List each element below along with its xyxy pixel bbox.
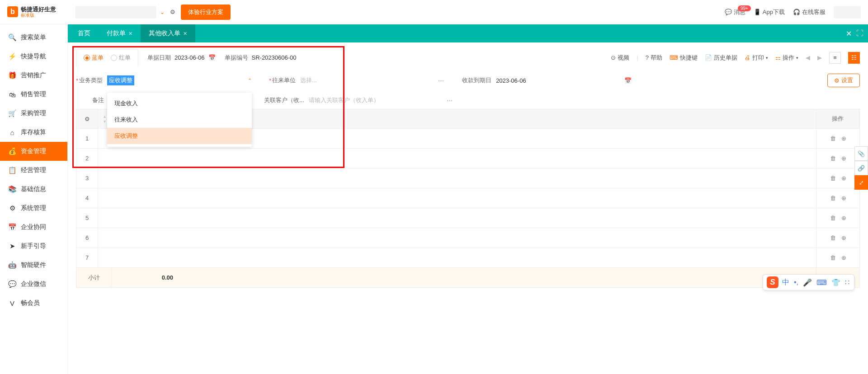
sidebar-item[interactable]: 🛍销售管理 (0, 85, 67, 104)
copy-row-icon[interactable]: ⊕ (841, 155, 846, 162)
sidebar-icon: 🤖 (8, 261, 16, 269)
expand-icon[interactable]: ⛶ (856, 29, 863, 37)
messages-link[interactable]: 💬 消息 99+ (725, 8, 745, 16)
message-badge: 99+ (738, 5, 751, 11)
form-meta-row: 蓝单 红单 单据日期 2023-06-06 📅 单据编号 SR-20230606… (68, 42, 868, 69)
chevron-down-icon: ⌄ (160, 9, 165, 15)
tab-home[interactable]: 首页 (70, 24, 99, 42)
ime-floating-bar[interactable]: S 中 •, 🎤 ⌨ 👕 ∷ (763, 274, 854, 290)
table-subtotal: 小计 0.00 (76, 268, 860, 288)
sidebar-item[interactable]: ➤新手引导 (0, 237, 67, 256)
table-row[interactable]: 3🗑⊕ (76, 168, 859, 188)
phone-icon: 📱 (754, 9, 761, 15)
side-tab-3[interactable]: ⤢ (854, 175, 868, 190)
copy-row-icon[interactable]: ⊕ (841, 175, 846, 182)
user-avatar[interactable] (834, 6, 861, 19)
table-row[interactable]: 4🗑⊕ (76, 188, 859, 208)
print-button[interactable]: 🖨打印▾ (745, 54, 768, 62)
ime-menu-icon[interactable]: ∷ (844, 278, 850, 287)
partner-select[interactable]: 选择... ⋯ (300, 76, 445, 84)
experience-cta-button[interactable]: 体验行业方案 (181, 5, 231, 20)
ime-punct-icon[interactable]: •, (793, 278, 799, 286)
dropdown-option[interactable]: 往来收入 (107, 112, 252, 128)
table-row[interactable]: 6🗑⊕ (76, 228, 859, 248)
sidebar-item[interactable]: ⚙系统管理 (0, 199, 67, 218)
org-selector[interactable]: ⌄ (75, 6, 165, 19)
delete-row-icon[interactable]: 🗑 (830, 215, 836, 221)
app-download-link[interactable]: 📱 App下载 (754, 8, 785, 16)
sidebar-item-label: 畅会员 (21, 299, 40, 307)
delete-row-icon[interactable]: 🗑 (830, 254, 836, 261)
sidebar-item[interactable]: 📚基础信息 (0, 180, 67, 199)
close-icon[interactable]: ✕ (128, 31, 132, 37)
calendar-icon[interactable]: 📅 (208, 54, 216, 61)
ime-keyboard-icon[interactable]: ⌨ (816, 278, 828, 287)
side-tab-2[interactable]: 🔗 (854, 161, 868, 175)
online-service-link[interactable]: 🎧 在线客服 (793, 8, 826, 16)
copy-row-icon[interactable]: ⊕ (841, 215, 846, 221)
delete-row-icon[interactable]: 🗑 (830, 195, 836, 201)
table-config-icon[interactable]: ⚙ (76, 109, 98, 128)
video-help-button[interactable]: ⊙视频 (611, 54, 629, 62)
dropdown-option[interactable]: 应收调整 (107, 128, 252, 144)
sidebar-item[interactable]: ⚡快捷导航 (0, 47, 67, 66)
side-tab-1[interactable]: 📎 (854, 146, 868, 161)
sidebar-item[interactable]: 💰资金管理 (0, 142, 67, 161)
due-date-input[interactable]: 2023-06-06 📅 (496, 77, 632, 84)
settings-gear-icon[interactable]: ⚙ (170, 9, 175, 15)
sidebar-item[interactable]: 🔍搜索菜单 (0, 28, 67, 47)
config-button[interactable]: ⚙ 设置 (827, 74, 860, 87)
sidebar-item[interactable]: 🤖智能硬件 (0, 256, 67, 275)
history-button[interactable]: 📄历史单据 (705, 54, 737, 62)
close-all-tabs-icon[interactable]: ✕ (846, 29, 852, 38)
radio-red[interactable]: 红单 (111, 54, 131, 62)
prev-doc-icon[interactable]: ◀ (806, 54, 810, 61)
next-doc-icon[interactable]: ▶ (817, 54, 822, 61)
view-detail-icon[interactable]: ☷ (848, 52, 860, 64)
action-button[interactable]: ⚏操作▾ (775, 54, 798, 62)
sidebar-item-label: 智能硬件 (21, 261, 46, 269)
sidebar-item[interactable]: 📅企业协同 (0, 218, 67, 237)
brand-name: 畅捷通好生意 (21, 6, 56, 13)
calendar-icon[interactable]: 📅 (624, 77, 632, 84)
sidebar-item[interactable]: 💬企业微信 (0, 275, 67, 294)
tab-payment[interactable]: 付款单 ✕ (99, 24, 141, 42)
copy-row-icon[interactable]: ⊕ (841, 135, 846, 142)
sidebar-item[interactable]: 📋经营管理 (0, 161, 67, 180)
copy-row-icon[interactable]: ⊕ (841, 234, 846, 241)
message-icon: 💬 (725, 9, 732, 15)
sidebar-item[interactable]: 🎁营销推广 (0, 66, 67, 85)
ime-mic-icon[interactable]: 🎤 (802, 278, 813, 287)
table-row[interactable]: 2🗑⊕ (76, 149, 859, 168)
more-icon[interactable]: ⋯ (447, 97, 453, 104)
delete-row-icon[interactable]: 🗑 (830, 234, 836, 241)
sidebar-item[interactable]: 🛒采购管理 (0, 104, 67, 123)
dropdown-option[interactable]: 现金收入 (107, 95, 252, 112)
sidebar-icon: 🔍 (8, 33, 16, 42)
radio-blue[interactable]: 蓝单 (84, 54, 104, 62)
sidebar-item[interactable]: V畅会员 (0, 294, 67, 313)
delete-row-icon[interactable]: 🗑 (830, 135, 836, 142)
copy-row-icon[interactable]: ⊕ (841, 254, 846, 261)
table-row[interactable]: 5🗑⊕ (76, 208, 859, 228)
sidebar-item-label: 基础信息 (21, 185, 46, 193)
delete-row-icon[interactable]: 🗑 (830, 175, 836, 182)
more-icon[interactable]: ⋯ (438, 77, 445, 84)
sidebar-item-label: 销售管理 (21, 90, 46, 98)
copy-row-icon[interactable]: ⊕ (841, 195, 846, 201)
tab-other-income[interactable]: 其他收入单 ✕ (141, 24, 195, 42)
rel-customer-input[interactable]: 请输入关联客户（收入单） ⋯ (309, 96, 453, 104)
brand-logo-icon: b (7, 6, 18, 17)
ime-lang[interactable]: 中 (781, 278, 790, 287)
sidebar-item[interactable]: ⌂库存核算 (0, 123, 67, 142)
shortcut-button[interactable]: ⌨快捷键 (670, 54, 698, 62)
table-row[interactable]: 7🗑⊕ (76, 248, 859, 268)
ime-skin-icon[interactable]: 👕 (830, 278, 841, 287)
biz-type-select[interactable]: 应收调整 ⌃ 现金收入往来收入应收调整 (107, 75, 252, 85)
help-button[interactable]: ?帮助 (646, 54, 662, 62)
view-list-icon[interactable]: ≡ (829, 52, 841, 64)
delete-row-icon[interactable]: 🗑 (830, 155, 836, 162)
sidebar-item-label: 库存核算 (21, 128, 46, 136)
close-icon[interactable]: ✕ (183, 31, 187, 37)
sidebar-icon: V (8, 299, 16, 307)
